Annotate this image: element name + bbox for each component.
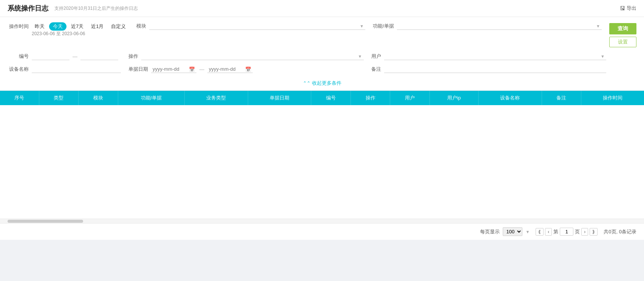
table-wrapper: 序号 类型 模块 功能/单据 业务类型 单据日期 编号 操作 用户 用户ip 设… [0, 91, 644, 219]
page-header: 系统操作日志 支持2020年10月31日之后产生的操作日志 🖫 导出 [0, 0, 644, 17]
table-header-row: 序号 类型 模块 功能/单据 业务类型 单据日期 编号 操作 用户 用户ip 设… [0, 91, 644, 105]
query-button[interactable]: 查询 [609, 23, 636, 34]
page-title: 系统操作日志 [8, 4, 48, 13]
col-module: 模块 [79, 91, 118, 105]
last-page-btn[interactable]: ⟫ [590, 228, 598, 236]
first-page-btn[interactable]: ⟪ [536, 228, 544, 236]
collapse-icon: ⌃⌃ [303, 81, 310, 86]
custom-btn[interactable]: 自定义 [108, 22, 129, 31]
remark-input[interactable] [384, 65, 607, 73]
code-input-start[interactable] [32, 53, 69, 60]
function-label: 功能/单据 [373, 23, 394, 29]
time-buttons: 昨天 今天 近7天 近1月 自定义 [32, 22, 129, 31]
code-dash: — [73, 54, 77, 59]
col-user-ip: 用户ip [429, 91, 478, 105]
filter-area: 操作时间 昨天 今天 近7天 近1月 自定义 2023-06-06 至 2023… [0, 17, 644, 91]
action-buttons: 查询 设置 [609, 22, 636, 47]
page-nav: ⟪ ‹ 第 页 › ⟫ [536, 228, 598, 236]
month-btn[interactable]: 近1月 [88, 22, 107, 31]
week-btn[interactable]: 近7天 [68, 22, 86, 31]
page-number-input[interactable] [560, 228, 573, 236]
page-subtitle: 支持2020年10月31日之后产生的操作日志 [54, 5, 138, 12]
page-size-select[interactable]: 10 20 50 100 200 [503, 227, 522, 236]
module-label: 模块 [136, 23, 146, 29]
data-table: 序号 类型 模块 功能/单据 业务类型 单据日期 编号 操作 用户 用户ip 设… [0, 91, 644, 105]
export-label: 导出 [627, 5, 636, 12]
code-input-end[interactable] [80, 53, 118, 60]
yesterday-btn[interactable]: 昨天 [32, 22, 48, 31]
user-label: 用户 [371, 53, 381, 60]
scrollbar-area[interactable] [0, 219, 644, 223]
collapse-bar[interactable]: ⌃⌃ 收起更多条件 [8, 78, 636, 90]
settings-button[interactable]: 设置 [609, 37, 636, 47]
time-label: 操作时间 [8, 23, 29, 30]
col-function: 功能/单据 [118, 91, 184, 105]
col-voucher-date: 单据日期 [248, 91, 311, 105]
chevron-down-icon: ▼ [525, 230, 530, 234]
col-op-time: 操作时间 [581, 91, 644, 105]
pagination-footer: 每页显示 10 20 50 100 200 ▼ ⟪ ‹ 第 页 › ⟫ 共0页,… [0, 223, 644, 240]
function-select[interactable] [397, 22, 602, 30]
device-input[interactable] [32, 65, 121, 73]
collapse-label: 收起更多条件 [312, 80, 341, 87]
device-label: 设备名称 [8, 66, 29, 73]
scrollbar-thumb[interactable] [8, 220, 83, 223]
voucher-date-dash: — [199, 67, 204, 72]
calendar-end-icon[interactable]: 📅 [245, 67, 251, 72]
export-button[interactable]: 🖫 导出 [620, 5, 636, 12]
next-page-btn[interactable]: › [581, 228, 588, 236]
today-btn[interactable]: 今天 [49, 22, 66, 31]
page-unit-label: 页 [575, 228, 580, 235]
calendar-start-icon[interactable]: 📅 [189, 67, 195, 72]
date-range-display: 2023-06-06 至 2023-06-06 [32, 31, 85, 36]
prev-page-btn[interactable]: ‹ [545, 228, 552, 236]
col-device: 设备名称 [478, 91, 542, 105]
user-select[interactable] [384, 53, 607, 60]
col-seq: 序号 [0, 91, 39, 105]
col-biz-type: 业务类型 [185, 91, 248, 105]
col-user: 用户 [390, 91, 429, 105]
total-label: 共0页, 0条记录 [604, 228, 636, 235]
col-type: 类型 [39, 91, 78, 105]
operation-label: 操作 [128, 53, 138, 60]
col-operation: 操作 [351, 91, 390, 105]
remark-label: 备注 [371, 66, 381, 73]
col-code: 编号 [311, 91, 351, 105]
col-remark: 备注 [542, 91, 581, 105]
page-size-label: 每页显示 [480, 228, 500, 235]
operation-select[interactable] [141, 53, 364, 60]
voucher-date-label: 单据日期 [128, 66, 148, 73]
empty-area [0, 105, 644, 219]
code-label: 编号 [8, 53, 29, 60]
export-icon: 🖫 [620, 5, 625, 11]
module-select[interactable] [149, 22, 365, 30]
page-prefix-label: 第 [553, 228, 558, 235]
